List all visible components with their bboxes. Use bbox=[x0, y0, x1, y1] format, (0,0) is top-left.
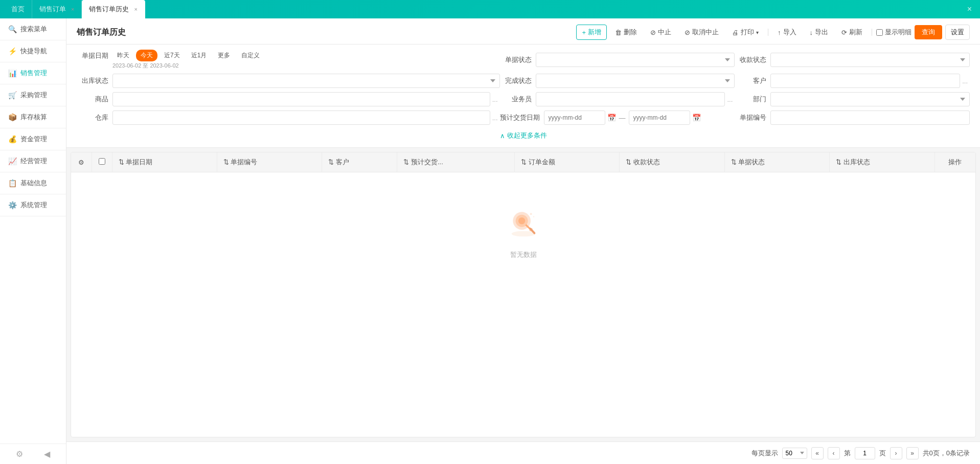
product-picker-icon[interactable]: ... bbox=[490, 96, 500, 103]
show-detail-label: 显示明细 bbox=[885, 28, 911, 37]
cancel-stop-button[interactable]: ⊘ 取消中止 bbox=[679, 25, 724, 39]
sidebar-item-inventory[interactable]: 📦 库存核算 bbox=[0, 106, 66, 128]
import-button[interactable]: ↑ 导入 bbox=[772, 25, 802, 39]
th-settings[interactable]: ⚙ bbox=[71, 152, 92, 172]
th-checkbox[interactable] bbox=[92, 152, 112, 172]
refresh-icon: ⟳ bbox=[841, 29, 847, 36]
th-bill-no-label: ⇅ 单据编号 bbox=[223, 158, 258, 167]
th-ops: 操作 bbox=[935, 152, 975, 172]
warehouse-picker-icon[interactable]: ... bbox=[490, 114, 500, 122]
last-page-btn[interactable]: » bbox=[906, 447, 919, 459]
salesperson-input[interactable] bbox=[536, 92, 725, 106]
tab-sales-order-close[interactable]: × bbox=[71, 6, 74, 12]
date-tag-1month[interactable]: 近1月 bbox=[187, 50, 212, 61]
th-payment-status[interactable]: ⇅ 收款状态 bbox=[620, 152, 724, 172]
stop-label: 中止 bbox=[658, 28, 671, 37]
per-page-select[interactable]: 10 20 50 100 bbox=[782, 448, 807, 459]
settings-button[interactable]: 设置 bbox=[945, 25, 970, 40]
th-customer-label: ⇅ 客户 bbox=[328, 158, 349, 167]
tab-home[interactable]: 首页 bbox=[4, 0, 32, 18]
complete-status-select[interactable] bbox=[536, 74, 735, 88]
search-menu-icon: 🔍 bbox=[8, 25, 16, 33]
sidebar-item-basic-info[interactable]: 📋 基础信息 bbox=[0, 172, 66, 194]
th-bill-status[interactable]: ⇅ 单据状态 bbox=[724, 152, 829, 172]
delete-button[interactable]: 🗑 删除 bbox=[610, 25, 642, 39]
sidebar-item-sys-mgmt-label: 系统管理 bbox=[20, 201, 47, 210]
delivery-date-from-cal-icon[interactable]: 📅 bbox=[607, 114, 616, 122]
th-bill-no[interactable]: ⇅ 单据编号 bbox=[217, 152, 322, 172]
th-delivery-date[interactable]: ⇅ 预计交货... bbox=[397, 152, 515, 172]
sidebar: 🔍 搜索菜单 ⚡ 快捷导航 📊 销售管理 🛒 采购管理 📦 库存核算 💰 资金管… bbox=[0, 18, 66, 464]
th-delivery-status[interactable]: ⇅ 出库状态 bbox=[830, 152, 935, 172]
filter-salesperson-item: 业务员 ... bbox=[500, 92, 735, 106]
bill-no-input[interactable] bbox=[770, 111, 970, 125]
delivery-date-dash: — bbox=[618, 114, 627, 122]
delivery-status-select[interactable] bbox=[112, 74, 500, 88]
product-input[interactable] bbox=[112, 92, 490, 106]
sidebar-settings-icon[interactable]: ⚙ bbox=[16, 449, 23, 459]
select-all-checkbox[interactable] bbox=[99, 158, 105, 165]
customer-input[interactable] bbox=[770, 74, 960, 88]
show-detail-checkbox[interactable] bbox=[876, 29, 883, 36]
export-button[interactable]: ↓ 导出 bbox=[805, 25, 834, 39]
salesperson-picker-icon[interactable]: ... bbox=[725, 96, 735, 103]
stop-button[interactable]: ⊘ 中止 bbox=[645, 25, 676, 39]
new-button[interactable]: + 新增 bbox=[576, 25, 607, 40]
sidebar-item-sys-mgmt[interactable]: ⚙️ 系统管理 bbox=[0, 194, 66, 216]
warehouse-label: 仓库 bbox=[77, 113, 112, 122]
th-delivery-status-label: ⇅ 出库状态 bbox=[836, 158, 870, 167]
salesperson-label: 业务员 bbox=[500, 95, 536, 104]
next-page-btn[interactable]: › bbox=[890, 447, 902, 459]
import-icon: ↑ bbox=[778, 29, 781, 36]
th-customer[interactable]: ⇅ 客户 bbox=[322, 152, 397, 172]
date-tag-7days[interactable]: 近7天 bbox=[159, 50, 185, 61]
sidebar-collapse-icon[interactable]: ◀ bbox=[44, 449, 50, 459]
date-tag-custom[interactable]: 自定义 bbox=[237, 50, 264, 61]
filter-date-item: 单据日期 昨天 今天 近7天 近1月 更多 自定义 2023-06-02 至 2… bbox=[77, 50, 500, 70]
print-button[interactable]: 🖨 打印 ▾ bbox=[727, 25, 764, 39]
delivery-date-from[interactable] bbox=[544, 111, 605, 125]
delivery-date-to-cal-icon[interactable]: 📅 bbox=[692, 114, 701, 122]
date-range-text: 2023-06-02 至 2023-06-02 bbox=[112, 62, 179, 69]
warehouse-input[interactable] bbox=[112, 111, 490, 125]
tab-sales-order-history[interactable]: 销售订单历史 × bbox=[82, 0, 145, 18]
delivery-date-to[interactable] bbox=[629, 111, 690, 125]
refresh-button[interactable]: ⟳ 刷新 bbox=[836, 25, 868, 39]
show-detail-checkbox-label[interactable]: 显示明细 bbox=[876, 28, 911, 37]
prev-page-btn[interactable]: ‹ bbox=[828, 447, 840, 459]
sidebar-item-finance[interactable]: 💰 资金管理 bbox=[0, 128, 66, 150]
svg-point-0 bbox=[511, 231, 535, 237]
content-area: 销售订单历史 + 新增 🗑 删除 ⊘ 中止 ⊘ 取消中止 bbox=[66, 18, 980, 464]
sidebar-item-sales-mgmt[interactable]: 📊 销售管理 bbox=[0, 62, 66, 84]
print-label: 打印 bbox=[741, 28, 754, 37]
date-tag-today[interactable]: 今天 bbox=[136, 50, 157, 61]
sidebar-item-quick-nav[interactable]: ⚡ 快捷导航 bbox=[0, 40, 66, 62]
query-button[interactable]: 查询 bbox=[915, 25, 942, 39]
sidebar-item-purchase-mgmt-label: 采购管理 bbox=[20, 91, 47, 100]
th-bill-date[interactable]: ⇅ 单据日期 bbox=[112, 152, 217, 172]
refresh-label: 刷新 bbox=[849, 28, 862, 37]
tab-sales-order-history-close[interactable]: × bbox=[134, 6, 137, 12]
customer-picker-icon[interactable]: ... bbox=[960, 77, 970, 85]
page-header: 销售订单历史 + 新增 🗑 删除 ⊘ 中止 ⊘ 取消中止 bbox=[66, 18, 980, 45]
department-select[interactable] bbox=[770, 92, 970, 106]
first-page-btn[interactable]: « bbox=[811, 447, 824, 459]
sidebar-item-search-menu[interactable]: 🔍 搜索菜单 bbox=[0, 18, 66, 40]
empty-text: 暂无数据 bbox=[510, 250, 537, 259]
page-number-input[interactable] bbox=[855, 447, 875, 459]
table-settings-icon[interactable]: ⚙ bbox=[78, 159, 84, 166]
date-tag-yesterday[interactable]: 昨天 bbox=[112, 50, 134, 61]
filter-warehouse-item: 仓库 ... bbox=[77, 111, 500, 125]
payment-status-select[interactable] bbox=[770, 53, 970, 67]
sidebar-item-operation[interactable]: 📈 经营管理 bbox=[0, 150, 66, 172]
bill-status-select[interactable] bbox=[536, 53, 735, 67]
collapse-more-btn[interactable]: ∧ 收起更多条件 bbox=[77, 129, 970, 142]
tab-sales-order[interactable]: 销售订单 × bbox=[32, 0, 82, 18]
th-order-amount[interactable]: ⇅ 订单金额 bbox=[514, 152, 619, 172]
sidebar-item-purchase-mgmt[interactable]: 🛒 采购管理 bbox=[0, 84, 66, 106]
basic-info-icon: 📋 bbox=[8, 179, 16, 187]
stop-icon: ⊘ bbox=[650, 29, 656, 36]
filter-area: 单据日期 昨天 今天 近7天 近1月 更多 自定义 2023-06-02 至 2… bbox=[66, 45, 980, 148]
window-close-btn[interactable]: × bbox=[967, 5, 972, 14]
date-tag-more[interactable]: 更多 bbox=[213, 50, 235, 61]
